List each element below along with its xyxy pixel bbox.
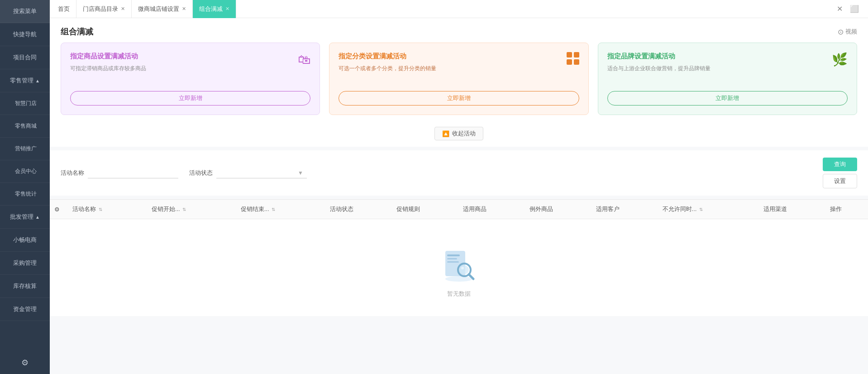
page-title: 组合满减 bbox=[61, 26, 93, 37]
main-area: 首页 门店商品目录 ✕ 微商城店铺设置 ✕ 组合满减 ✕ ✕ ⬜ 组合满减 ⊙ … bbox=[50, 0, 868, 374]
close-window-btn[interactable]: ✕ bbox=[835, 4, 844, 14]
empty-text: 暂无数据 bbox=[447, 290, 471, 298]
tab-actions: ✕ ⬜ bbox=[835, 4, 864, 14]
svg-rect-2 bbox=[567, 59, 572, 65]
sidebar-settings-btn[interactable]: ⚙ bbox=[0, 351, 50, 374]
play-circle-icon: ⊙ bbox=[838, 28, 844, 36]
th-settings[interactable]: ⚙ bbox=[50, 200, 68, 219]
th-operations: 操作 bbox=[825, 200, 868, 219]
th-exception-products: 例外商品 bbox=[525, 200, 591, 219]
th-activity-name[interactable]: 活动名称 ⇅ bbox=[68, 200, 147, 219]
sidebar-item-retail-mall[interactable]: 零售商城 bbox=[0, 115, 50, 138]
empty-state: 暂无数据 bbox=[50, 219, 868, 316]
svg-rect-1 bbox=[574, 52, 579, 58]
svg-point-12 bbox=[461, 267, 464, 269]
svg-point-4 bbox=[445, 276, 472, 282]
sidebar-item-inventory-check[interactable]: 库存核算 bbox=[0, 275, 50, 298]
empty-illustration bbox=[436, 246, 482, 283]
sidebar-item-wholesale-mgmt[interactable]: 批发管理 ▲ bbox=[0, 206, 50, 229]
card-btn-brand[interactable]: 立即新增 bbox=[607, 91, 848, 105]
filter-activity-name-label: 活动名称 bbox=[61, 169, 84, 177]
card-icon-brand: 🌿 bbox=[832, 52, 848, 67]
maximize-window-btn[interactable]: ⬜ bbox=[848, 4, 861, 14]
card-icon-product: 🛍 bbox=[298, 52, 310, 67]
sort-no-concurrent-icon: ⇅ bbox=[699, 207, 703, 212]
activity-card-category-discount: 指定分类设置满减活动 可选一个或者多个分类，提升分类的销量 立即新增 bbox=[329, 43, 588, 115]
th-promo-rule: 促销规则 bbox=[392, 200, 458, 219]
table-header-row: ⚙ 活动名称 ⇅ 促销开始... ⇅ 促销结束... ⇅ bbox=[50, 200, 868, 219]
card-title-category: 指定分类设置满减活动 bbox=[339, 52, 579, 61]
svg-rect-6 bbox=[447, 254, 460, 256]
table-settings-icon: ⚙ bbox=[54, 206, 60, 213]
tab-combo-discount-close[interactable]: ✕ bbox=[225, 6, 229, 12]
svg-rect-0 bbox=[567, 52, 572, 58]
chevron-up-icon: 🔼 bbox=[442, 130, 449, 137]
card-icon-category bbox=[566, 51, 580, 68]
page-content: 组合满减 ⊙ 视频 指定商品设置满减活动 可指定滞销商品或库存较多商品 🛍 立即… bbox=[50, 18, 868, 374]
data-table: ⚙ 活动名称 ⇅ 促销开始... ⇅ 促销结束... ⇅ bbox=[50, 199, 868, 219]
sidebar-item-purchase-mgmt[interactable]: 采购管理 bbox=[0, 252, 50, 275]
th-applicable-products: 适用商品 bbox=[458, 200, 525, 219]
sidebar-item-marketing[interactable]: 营销推广 bbox=[0, 138, 50, 160]
tab-mini-store-settings[interactable]: 微商城店铺设置 ✕ bbox=[132, 0, 193, 18]
sidebar-item-quick-nav[interactable]: 快捷导航 bbox=[0, 23, 50, 46]
tab-store-catalog-close[interactable]: ✕ bbox=[121, 6, 125, 12]
card-desc-brand: 适合与上游企业联合做营销，提升品牌销量 bbox=[607, 64, 848, 84]
sidebar-item-finance-mgmt[interactable]: 资金管理 bbox=[0, 298, 50, 321]
tab-home[interactable]: 首页 bbox=[53, 0, 76, 18]
sidebar-item-search-menu[interactable]: 搜索菜单 bbox=[0, 0, 50, 23]
sidebar-item-retail-mgmt[interactable]: 零售管理 ▲ bbox=[0, 69, 50, 92]
th-applicable-channels: 适用渠道 bbox=[759, 200, 825, 219]
activity-cards-container: 指定商品设置满减活动 可指定滞销商品或库存较多商品 🛍 立即新增 指定分类设置满… bbox=[50, 43, 868, 122]
svg-rect-8 bbox=[447, 261, 459, 263]
settings-icon: ⚙ bbox=[21, 358, 29, 367]
activity-status-select[interactable]: ▼ bbox=[216, 168, 307, 178]
sidebar-item-smart-store[interactable]: 智慧门店 bbox=[0, 92, 50, 115]
table-area: ⚙ 活动名称 ⇅ 促销开始... ⇅ 促销结束... ⇅ bbox=[50, 199, 868, 316]
card-desc-product: 可指定滞销商品或库存较多商品 bbox=[70, 64, 310, 84]
sidebar-item-retail-stats[interactable]: 零售统计 bbox=[0, 183, 50, 206]
activity-name-input[interactable] bbox=[88, 168, 178, 178]
card-btn-product[interactable]: 立即新增 bbox=[70, 91, 310, 105]
settings-btn[interactable]: 设置 bbox=[823, 174, 857, 188]
sort-activity-name-icon: ⇅ bbox=[99, 207, 102, 212]
sidebar: 搜索菜单 快捷导航 项目合同 零售管理 ▲ 智慧门店 零售商城 营销推广 会员中… bbox=[0, 0, 50, 374]
card-title-product: 指定商品设置满减活动 bbox=[70, 52, 310, 61]
collapse-activities-btn[interactable]: 🔼 收起活动 bbox=[434, 127, 483, 140]
svg-point-10 bbox=[460, 265, 469, 274]
retail-mgmt-arrow-icon: ▲ bbox=[35, 78, 40, 83]
card-btn-category[interactable]: 立即新增 bbox=[339, 91, 579, 105]
filter-activity-name: 活动名称 bbox=[61, 168, 178, 178]
th-activity-status: 活动状态 bbox=[325, 200, 392, 219]
query-btn[interactable]: 查询 bbox=[823, 158, 857, 171]
tab-combo-discount[interactable]: 组合满减 ✕ bbox=[193, 0, 236, 18]
tab-bar: 首页 门店商品目录 ✕ 微商城店铺设置 ✕ 组合满减 ✕ ✕ ⬜ bbox=[50, 0, 868, 18]
filter-activity-status-label: 活动状态 bbox=[189, 169, 213, 177]
filter-activity-status: 活动状态 ▼ bbox=[189, 168, 307, 178]
tab-mini-store-settings-close[interactable]: ✕ bbox=[182, 6, 186, 12]
filter-actions: 查询 设置 bbox=[823, 158, 857, 188]
wholesale-mgmt-arrow-icon: ▲ bbox=[35, 215, 40, 220]
sidebar-item-xiaochangec[interactable]: 小畅电商 bbox=[0, 229, 50, 252]
th-promo-end[interactable]: 促销结束... ⇅ bbox=[236, 200, 325, 219]
filter-area: 活动名称 活动状态 ▼ 查询 设置 bbox=[50, 150, 868, 196]
svg-rect-7 bbox=[447, 258, 457, 259]
th-applicable-customers: 适用客户 bbox=[591, 200, 658, 219]
sidebar-item-member-center[interactable]: 会员中心 bbox=[0, 160, 50, 183]
card-desc-category: 可选一个或者多个分类，提升分类的销量 bbox=[339, 64, 579, 84]
sort-promo-end-icon: ⇅ bbox=[272, 207, 275, 212]
activity-card-brand-discount: 指定品牌设置满减活动 适合与上游企业联合做营销，提升品牌销量 🌿 立即新增 bbox=[598, 43, 857, 115]
video-btn[interactable]: ⊙ 视频 bbox=[838, 28, 857, 36]
sort-promo-start-icon: ⇅ bbox=[182, 207, 186, 212]
svg-rect-3 bbox=[574, 59, 579, 65]
page-header: 组合满减 ⊙ 视频 bbox=[50, 18, 868, 43]
activity-card-product-discount: 指定商品设置满减活动 可指定滞销商品或库存较多商品 🛍 立即新增 bbox=[61, 43, 320, 115]
collapse-bar: 🔼 收起活动 bbox=[50, 122, 868, 147]
sidebar-item-project-contract[interactable]: 项目合同 bbox=[0, 46, 50, 69]
th-promo-start[interactable]: 促销开始... ⇅ bbox=[147, 200, 236, 219]
card-title-brand: 指定品牌设置满减活动 bbox=[607, 52, 848, 61]
th-no-concurrent[interactable]: 不允许同时... ⇅ bbox=[658, 200, 759, 219]
chevron-down-icon: ▼ bbox=[298, 170, 303, 176]
tab-store-catalog[interactable]: 门店商品目录 ✕ bbox=[76, 0, 132, 18]
